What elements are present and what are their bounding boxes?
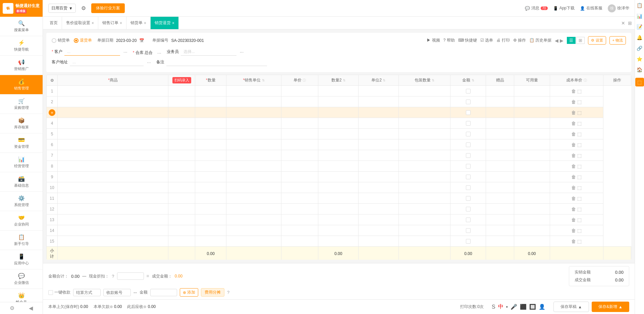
view-list-button[interactable]: ☰ xyxy=(567,37,576,44)
product-cell[interactable] xyxy=(58,204,168,214)
sidebar-item-purchase[interactable]: 🛒 采购管理 xyxy=(0,95,43,114)
copy-icon[interactable]: ⬚ xyxy=(577,131,582,137)
tab-close-icon[interactable]: × xyxy=(172,21,174,25)
sidebar-item-system[interactable]: ⚙️ 系统管理 xyxy=(0,192,43,211)
tab-close-icon[interactable]: × xyxy=(92,21,94,25)
fenpei-help-icon[interactable]: ? xyxy=(227,290,229,295)
product-cell[interactable] xyxy=(58,107,168,118)
sidebar-item-corp[interactable]: 🤝 企业协同 xyxy=(0,211,43,231)
salesperson-dots[interactable]: ··· xyxy=(240,49,244,55)
copy-icon[interactable]: ⬚ xyxy=(577,174,582,180)
gift-checkbox[interactable] xyxy=(466,207,471,211)
gift-checkbox[interactable] xyxy=(466,196,471,201)
delete-icon[interactable]: 🗑 xyxy=(571,121,576,126)
user-menu[interactable]: 徐 徐泽华 xyxy=(608,4,629,12)
industry-select[interactable]: 日用百货 ▼ xyxy=(48,4,76,13)
prev-icon[interactable]: ◀ xyxy=(555,38,558,43)
shortcut-button[interactable]: ⌨ 快捷键 xyxy=(458,38,477,43)
gift-checkbox[interactable] xyxy=(466,100,471,104)
copy-icon[interactable]: ⬚ xyxy=(577,121,582,126)
product-cell[interactable] xyxy=(58,182,168,193)
tab-close-icon[interactable]: × xyxy=(120,21,122,25)
address-input[interactable] xyxy=(70,58,144,66)
product-cell[interactable] xyxy=(58,139,168,150)
product-cell[interactable] xyxy=(58,86,168,97)
customer-dots[interactable]: ··· xyxy=(123,49,127,55)
tab-sales-order[interactable]: 销售订单 × xyxy=(98,17,126,29)
sidebar-item-inventory[interactable]: 📦 库存核算 xyxy=(0,114,43,133)
discount-input[interactable] xyxy=(117,272,144,280)
message-button[interactable]: 💬 消息 70 xyxy=(525,5,548,11)
delete-icon[interactable]: 🗑 xyxy=(571,174,576,180)
delete-icon[interactable]: 🗑 xyxy=(571,206,576,212)
copy-icon[interactable]: ⬚ xyxy=(577,142,582,147)
delete-icon[interactable]: 🗑 xyxy=(571,228,576,233)
account-dots[interactable]: ··· xyxy=(133,290,137,295)
gift-checkbox[interactable] xyxy=(466,164,471,169)
product-cell[interactable] xyxy=(58,118,168,129)
copy-icon[interactable]: ⬚ xyxy=(577,110,582,115)
payment-checkbox[interactable] xyxy=(48,290,53,295)
sidebar-item-operation[interactable]: 📊 经营管理 xyxy=(0,153,43,172)
save-draft-button[interactable]: 保存草稿 ▲ xyxy=(553,302,589,312)
delete-icon[interactable]: 🗑 xyxy=(571,99,576,105)
right-icon-7[interactable]: 🏠 xyxy=(637,67,642,72)
tab-close-all-icon[interactable]: ✕ xyxy=(621,20,625,26)
copy-icon[interactable]: ⬚ xyxy=(577,239,582,244)
sidebar-item-search[interactable]: 🔍 搜索菜单 xyxy=(0,17,43,36)
delete-icon[interactable]: 🗑 xyxy=(571,131,576,137)
sidebar-item-wechat[interactable]: 💬 企业微信 xyxy=(0,269,43,289)
scan-button[interactable]: 扫码录入 xyxy=(172,77,191,83)
right-icon-6[interactable]: ⭐ xyxy=(637,56,642,62)
account-select[interactable]: 收款账号 账号 xyxy=(103,289,131,296)
add-row-icon[interactable]: + xyxy=(49,109,55,116)
tab-sales[interactable]: 销货单 × xyxy=(126,17,151,29)
history-button[interactable]: 📋 历史单据 xyxy=(529,38,551,43)
right-icon-3[interactable]: 📝 xyxy=(637,24,642,29)
settings-button[interactable]: ⚙ 设置 xyxy=(588,36,606,45)
gift-checkbox[interactable] xyxy=(466,228,471,233)
tab-home[interactable]: 首页 xyxy=(46,17,62,29)
add-button[interactable]: ⊕ 添加 xyxy=(180,288,198,297)
right-icon-1[interactable]: 📋 xyxy=(637,3,642,8)
copy-icon[interactable]: ⬚ xyxy=(577,153,582,158)
product-cell[interactable] xyxy=(58,150,168,161)
gift-checkbox[interactable] xyxy=(466,153,471,158)
delete-icon[interactable]: 🗑 xyxy=(571,153,576,158)
select-button[interactable]: ☑ 选单 xyxy=(480,38,493,43)
product-cell[interactable] xyxy=(58,97,168,107)
delete-icon[interactable]: 🗑 xyxy=(571,142,576,147)
warehouse-dots[interactable]: ··· xyxy=(157,50,161,56)
next-icon[interactable]: ▶ xyxy=(560,38,564,43)
topbar-gear-icon[interactable]: ⚙ xyxy=(81,5,86,11)
delete-icon[interactable]: 🗑 xyxy=(571,164,576,169)
salesperson-input[interactable] xyxy=(181,48,236,56)
copy-icon[interactable]: ⬚ xyxy=(577,196,582,201)
sidebar-item-marketing[interactable]: 📢 营销推广 xyxy=(0,56,43,75)
copy-icon[interactable]: ⬚ xyxy=(577,217,582,223)
product-cell[interactable] xyxy=(58,161,168,172)
radio-sale[interactable]: 销货单 xyxy=(52,38,70,43)
sidebar-item-base[interactable]: 🗃️ 基础信息 xyxy=(0,172,43,192)
delete-icon[interactable]: 🗑 xyxy=(571,217,576,223)
product-input[interactable] xyxy=(60,110,166,115)
delete-icon[interactable]: 🗑 xyxy=(571,185,576,190)
right-icon-2[interactable]: 📊 xyxy=(637,13,642,19)
sidebar-item-finance[interactable]: 💳 资金管理 xyxy=(0,133,43,153)
gift-checkbox[interactable] xyxy=(466,110,471,115)
product-cell[interactable] xyxy=(58,193,168,204)
calc-method-select[interactable]: 结算方式 xyxy=(73,289,101,296)
radio-return[interactable]: 退货单 xyxy=(74,38,92,43)
tab-close-icon[interactable]: × xyxy=(144,21,146,25)
delete-icon[interactable]: 🗑 xyxy=(571,239,576,244)
delete-icon[interactable]: 🗑 xyxy=(571,88,576,94)
sidebar-item-apps[interactable]: 📱 应用中心 xyxy=(0,250,43,269)
delete-icon[interactable]: 🗑 xyxy=(571,110,576,115)
save-new-button[interactable]: 保存&新增 ▲ xyxy=(592,302,629,312)
help-button[interactable]: ? 帮助 xyxy=(443,38,455,43)
right-icon-active[interactable]: ⬚ xyxy=(635,78,644,86)
gift-checkbox[interactable] xyxy=(466,132,471,136)
settings-icon[interactable]: ⚙ xyxy=(10,305,14,311)
product-cell[interactable] xyxy=(58,129,168,139)
calendar-icon[interactable]: 📅 xyxy=(139,38,144,43)
